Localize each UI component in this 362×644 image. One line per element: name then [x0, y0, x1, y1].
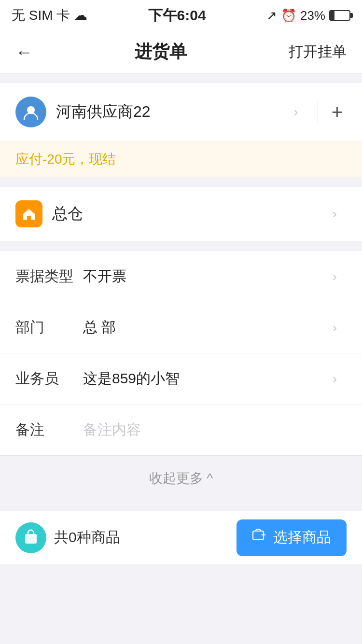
remarks-input[interactable]: 备注内容 [73, 420, 347, 440]
page-background [0, 564, 362, 644]
notice-bar: 应付-20元，现结 [0, 141, 362, 177]
status-left: 无 SIM 卡 ☁ [12, 6, 87, 25]
warehouse-row[interactable]: 总仓 › [0, 187, 362, 241]
remarks-label: 备注 [15, 420, 73, 440]
salesperson-label: 业务员 [15, 369, 73, 389]
goods-count: 共0种商品 [54, 528, 120, 547]
gap-4 [0, 501, 362, 511]
select-goods-label: 选择商品 [273, 528, 331, 547]
chevron-right-icon: › [293, 104, 298, 120]
department-label: 部门 [15, 318, 73, 337]
department-value: 总 部 [73, 318, 333, 337]
status-right: ↗ ⏰ 23% [266, 8, 350, 23]
warehouse-section: 总仓 › [0, 187, 362, 241]
supplier-row[interactable]: 河南供应商22 › + [0, 83, 362, 141]
goods-left: 共0种商品 [15, 522, 120, 553]
supplier-section: 河南供应商22 › + 应付-20元，现结 [0, 83, 362, 177]
salesperson-row[interactable]: 业务员 这是859的小智 › [0, 353, 362, 404]
invoice-type-chevron-icon: › [333, 269, 337, 284]
gap-2 [0, 177, 362, 187]
select-goods-icon [252, 528, 267, 547]
avatar [15, 97, 46, 127]
salesperson-value: 这是859的小智 [73, 369, 333, 389]
select-goods-button[interactable]: 选择商品 [237, 519, 347, 556]
department-chevron-icon: › [333, 320, 337, 336]
warehouse-icon [15, 200, 42, 227]
notice-text: 应付-20元，现结 [15, 152, 116, 167]
collapse-row[interactable]: 收起更多 ^ [0, 455, 362, 501]
goods-icon [15, 522, 46, 553]
invoice-type-row[interactable]: 票据类型 不开票 › [0, 251, 362, 302]
gap-3 [0, 241, 362, 251]
warehouse-name: 总仓 [52, 203, 333, 224]
form-section: 票据类型 不开票 › 部门 总 部 › 业务员 这是859的小智 › 备注 备注… [0, 251, 362, 455]
warehouse-chevron-icon: › [333, 206, 337, 222]
bottom-bar: 共0种商品 选择商品 [0, 511, 362, 564]
status-bar: 无 SIM 卡 ☁ 下午6:04 ↗ ⏰ 23% [0, 0, 362, 31]
location-icon: ↗ [266, 8, 277, 23]
supplier-name: 河南供应商22 [56, 101, 293, 123]
remarks-row[interactable]: 备注 备注内容 [0, 404, 362, 455]
gap-1 [0, 73, 362, 83]
divider-vertical [318, 101, 318, 123]
alarm-icon: ⏰ [281, 8, 296, 23]
invoice-type-label: 票据类型 [15, 266, 73, 286]
status-time: 下午6:04 [148, 6, 206, 26]
add-button[interactable]: + [328, 101, 347, 123]
battery-icon [329, 10, 350, 21]
open-pending-button[interactable]: 打开挂单 [289, 42, 347, 62]
svg-rect-2 [25, 534, 37, 544]
department-row[interactable]: 部门 总 部 › [0, 302, 362, 353]
back-button[interactable]: ← [15, 42, 33, 62]
svg-rect-1 [27, 216, 31, 220]
salesperson-chevron-icon: › [333, 371, 337, 387]
invoice-type-value: 不开票 [73, 266, 333, 286]
signal-text: 无 SIM 卡 ☁ [12, 6, 87, 25]
collapse-label: 收起更多 ^ [149, 469, 213, 488]
battery-text: 23% [300, 8, 325, 23]
nav-bar: ← 进货单 打开挂单 [0, 31, 362, 73]
page-title: 进货单 [135, 40, 187, 64]
